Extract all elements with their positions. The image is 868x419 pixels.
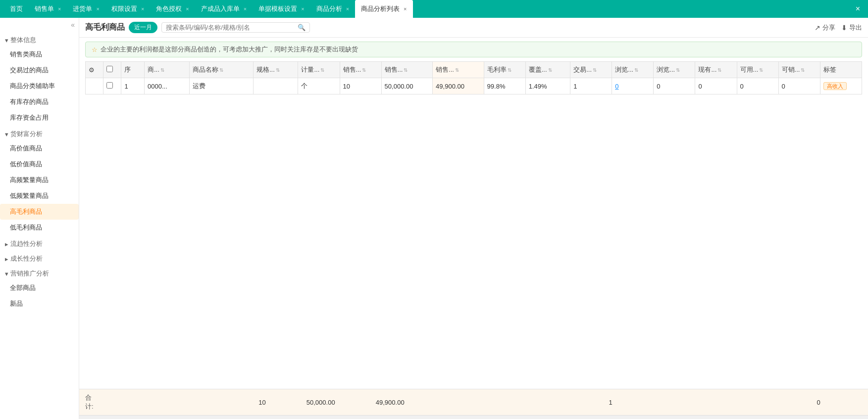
select-all-checkbox[interactable] — [106, 66, 113, 72]
nav-analysis[interactable]: 商品分析 × — [310, 0, 355, 18]
sort-trans[interactable]: ⇅ — [593, 67, 597, 73]
footer-cell-empty2 — [434, 399, 474, 406]
cell-sales-cost: 49,900.00 — [433, 78, 484, 94]
sort-sales-amount[interactable]: ⇅ — [404, 67, 408, 73]
close-window-button[interactable]: × — [852, 4, 864, 13]
close-analysis-tab[interactable]: × — [346, 0, 349, 18]
nav-home[interactable]: 首页 — [4, 0, 29, 18]
col-sales-qty[interactable]: 销售... ⇅ — [340, 62, 381, 78]
sort-unit[interactable]: ⇅ — [320, 67, 324, 73]
footer-cell-trans: 1 — [573, 399, 613, 406]
col-code[interactable]: 商... ⇅ — [145, 62, 190, 78]
share-button[interactable]: ↗ 分享 — [815, 23, 835, 32]
col-settings[interactable]: ⚙ — [86, 62, 103, 78]
sort-sales-qty[interactable]: ⇅ — [362, 67, 366, 73]
sidebar-section-wealth[interactable]: ▾ 货财富分析 — [0, 126, 79, 140]
chevron-down-icon-3: ▾ — [5, 270, 8, 278]
close-role-tab[interactable]: × — [186, 0, 189, 18]
nav-analysis-list[interactable]: 商品分析列表 × — [355, 0, 412, 18]
sidebar-item-new-goods[interactable]: 新品 — [0, 296, 79, 312]
search-icon[interactable]: 🔍 — [298, 24, 306, 31]
sort-code[interactable]: ⇅ — [160, 67, 164, 73]
sort-spec[interactable]: ⇅ — [276, 67, 280, 73]
sort-browse1[interactable]: ⇅ — [634, 67, 638, 73]
sidebar-section-growth[interactable]: ▸ 成长性分析 — [0, 250, 79, 265]
col-trans[interactable]: 交易... ⇅ — [570, 62, 612, 78]
sidebar-item-low-margin[interactable]: 低毛利商品 — [0, 220, 79, 235]
col-sales-cost[interactable]: 销售... ⇅ — [433, 62, 484, 78]
sort-name[interactable]: ⇅ — [219, 67, 223, 73]
col-coverage[interactable]: 覆盖... ⇅ — [525, 62, 570, 78]
sidebar-item-inventory-goods[interactable]: 有库存的商品 — [0, 94, 79, 110]
nav-permission[interactable]: 权限设置 × — [105, 0, 150, 18]
filter-recent-month[interactable]: 近一月 — [129, 22, 157, 33]
footer-cell-empty1 — [98, 399, 197, 406]
col-name[interactable]: 商品名称 ⇅ — [189, 62, 253, 78]
table-wrap: ⚙ 序 商... ⇅ — [85, 61, 862, 389]
sort-sellable-stock[interactable]: ⇅ — [801, 67, 805, 73]
col-margin-rate[interactable]: 毛利率 ⇅ — [484, 62, 525, 78]
sidebar-section-overall[interactable]: ▾ 整体信息 — [0, 32, 79, 47]
browse1-link[interactable]: 0 — [615, 83, 618, 90]
sort-browse2[interactable]: ⇅ — [676, 67, 680, 73]
cell-trans: 1 — [570, 78, 612, 94]
nav-purchase[interactable]: 进货单 × — [67, 0, 105, 18]
sort-available-stock[interactable]: ⇅ — [759, 67, 763, 73]
sort-margin-rate[interactable]: ⇅ — [508, 67, 511, 73]
cell-checkbox — [103, 78, 121, 94]
cell-settings — [86, 78, 103, 94]
cell-unit: 个 — [298, 78, 340, 94]
col-current-stock[interactable]: 现有... ⇅ — [695, 62, 737, 78]
cell-current-stock: 0 — [695, 78, 737, 94]
footer-label: 合计: — [85, 393, 94, 411]
top-nav: 首页 销售单 × 进货单 × 权限设置 × 角色授权 × 产成品入库单 × 单据… — [0, 0, 868, 18]
cell-available-stock: 0 — [737, 78, 778, 94]
sidebar-item-all-goods[interactable]: 全部商品 — [0, 280, 79, 296]
col-available-stock[interactable]: 可用... ⇅ — [737, 62, 778, 78]
col-sellable-stock[interactable]: 可销... ⇅ — [778, 62, 820, 78]
col-spec[interactable]: 规格... ⇅ — [253, 62, 298, 78]
footer-cell-browse2 — [712, 399, 751, 406]
nav-role[interactable]: 角色授权 × — [150, 0, 195, 18]
close-permission-tab[interactable]: × — [141, 0, 144, 18]
bottom-scrollbar[interactable] — [79, 415, 868, 419]
sidebar-item-low-freq[interactable]: 低频繁量商品 — [0, 188, 79, 204]
nav-template[interactable]: 单据模板设置 × — [253, 0, 310, 18]
sidebar-item-low-value[interactable]: 低价值商品 — [0, 156, 79, 172]
sidebar-item-traded-goods[interactable]: 交易过的商品 — [0, 62, 79, 78]
close-purchase-tab[interactable]: × — [96, 0, 99, 18]
sort-sales-cost[interactable]: ⇅ — [455, 67, 459, 73]
nav-product-in[interactable]: 产成品入库单 × — [195, 0, 253, 18]
footer-cell-browse1 — [642, 399, 682, 406]
cell-browse1[interactable]: 0 — [612, 78, 654, 94]
sidebar-collapse-btn[interactable]: « — [71, 21, 75, 29]
sidebar-item-high-value[interactable]: 高价值商品 — [0, 140, 79, 156]
sidebar-section-marketing[interactable]: ▾ 营销推广分析 — [0, 265, 79, 280]
sidebar-section-trend[interactable]: ▸ 流趋性分析 — [0, 235, 79, 250]
close-analysis-list-tab[interactable]: × — [404, 0, 407, 18]
search-input[interactable] — [166, 24, 298, 31]
col-browse1[interactable]: 浏览... ⇅ — [612, 62, 654, 78]
tag-badge: 高收入 — [823, 82, 847, 90]
sidebar-item-high-freq[interactable]: 高频繁量商品 — [0, 172, 79, 188]
export-button[interactable]: ⬇ 导出 — [841, 23, 862, 32]
close-sales-tab[interactable]: × — [58, 0, 61, 18]
cell-name: 运费 — [189, 78, 253, 94]
close-template-tab[interactable]: × — [301, 0, 304, 18]
close-product-in-tab[interactable]: × — [244, 0, 247, 18]
sort-coverage[interactable]: ⇅ — [548, 67, 552, 73]
col-browse2[interactable]: 浏览... ⇅ — [654, 62, 695, 78]
settings-icon[interactable]: ⚙ — [89, 66, 95, 74]
sort-current-stock[interactable]: ⇅ — [717, 67, 721, 73]
row-checkbox[interactable] — [106, 82, 113, 89]
footer-cell-sales-qty: 10 — [226, 399, 266, 406]
nav-sales[interactable]: 销售单 × — [29, 0, 67, 18]
col-unit[interactable]: 计量... ⇅ — [298, 62, 340, 78]
sidebar-item-inventory-fund[interactable]: 库存资金占用 — [0, 110, 79, 126]
footer-cell-empty3 — [504, 399, 543, 406]
sidebar-item-sales-goods[interactable]: 销售类商品 — [0, 47, 79, 62]
sidebar-item-high-margin[interactable]: 高毛利商品 — [0, 204, 79, 220]
col-sales-amount[interactable]: 销售... ⇅ — [381, 62, 432, 78]
sidebar-item-analysis-assist[interactable]: 商品分类辅助率 — [0, 78, 79, 94]
export-icon: ⬇ — [841, 24, 847, 32]
